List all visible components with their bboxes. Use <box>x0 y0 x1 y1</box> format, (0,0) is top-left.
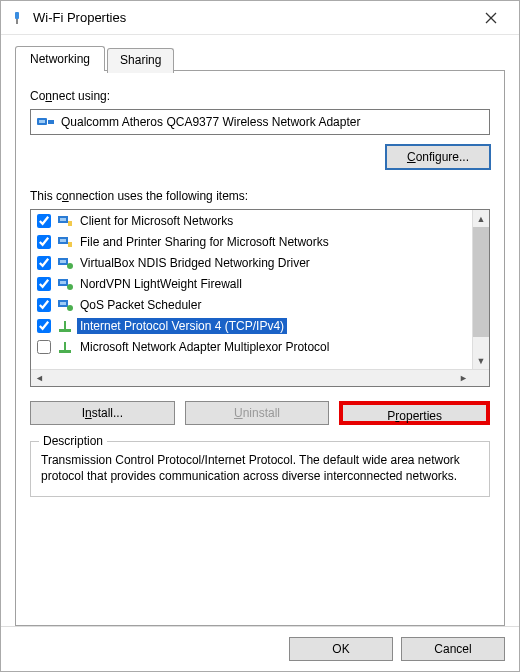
list-item[interactable]: Client for Microsoft Networks <box>31 210 472 231</box>
svg-rect-14 <box>60 260 66 263</box>
network-component-icon <box>57 318 73 334</box>
network-component-icon <box>57 255 73 271</box>
svg-point-18 <box>67 284 73 290</box>
adapter-field[interactable]: Qualcomm Atheros QCA9377 Wireless Networ… <box>30 109 490 135</box>
item-checkbox[interactable] <box>37 256 51 270</box>
item-checkbox[interactable] <box>37 235 51 249</box>
uninstall-button: Uninstall <box>185 401 330 425</box>
network-component-icon <box>57 276 73 292</box>
scroll-thumb[interactable] <box>473 227 489 337</box>
network-items-listbox[interactable]: Client for Microsoft NetworksFile and Pr… <box>30 209 490 387</box>
adapter-name: Qualcomm Atheros QCA9377 Wireless Networ… <box>61 115 360 129</box>
tab-networking[interactable]: Networking <box>15 46 105 71</box>
svg-rect-1 <box>16 19 18 24</box>
svg-point-15 <box>67 263 73 269</box>
list-item[interactable]: NordVPN LightWeight Firewall <box>31 273 472 294</box>
network-component-icon <box>57 297 73 313</box>
network-component-icon <box>57 234 73 250</box>
item-checkbox[interactable] <box>37 214 51 228</box>
wifi-properties-dialog: Wi-Fi Properties Networking Sharing Conn… <box>0 0 520 672</box>
description-groupbox: Description Transmission Control Protoco… <box>30 441 490 497</box>
list-item[interactable]: Internet Protocol Version 4 (TCP/IPv4) <box>31 315 472 336</box>
scroll-right-arrow[interactable]: ► <box>455 370 472 386</box>
configure-button[interactable]: Configure... <box>386 145 490 169</box>
svg-rect-23 <box>64 321 66 330</box>
svg-rect-17 <box>60 281 66 284</box>
items-label: This connection uses the following items… <box>30 189 490 203</box>
network-component-icon <box>57 339 73 355</box>
vertical-scrollbar[interactable]: ▲ ▼ <box>472 210 489 369</box>
dialog-footer: OK Cancel <box>1 626 519 671</box>
scroll-down-arrow[interactable]: ▼ <box>473 352 489 369</box>
svg-rect-9 <box>68 221 72 226</box>
svg-rect-25 <box>64 342 66 351</box>
item-label: Microsoft Network Adapter Multiplexor Pr… <box>77 339 332 355</box>
item-checkbox[interactable] <box>37 340 51 354</box>
properties-button[interactable]: Properties <box>339 401 490 425</box>
list-item[interactable]: VirtualBox NDIS Bridged Networking Drive… <box>31 252 472 273</box>
item-label: Internet Protocol Version 4 (TCP/IPv4) <box>77 318 287 334</box>
scroll-up-arrow[interactable]: ▲ <box>473 210 489 227</box>
tab-panel-networking: Connect using: Qualcomm Atheros QCA9377 … <box>15 70 505 626</box>
horizontal-scrollbar[interactable]: ◄ ► <box>31 369 489 386</box>
tab-strip: Networking Sharing <box>15 46 505 71</box>
window-title: Wi-Fi Properties <box>33 10 471 25</box>
item-label: File and Printer Sharing for Microsoft N… <box>77 234 332 250</box>
svg-rect-5 <box>48 120 54 124</box>
item-label: VirtualBox NDIS Bridged Networking Drive… <box>77 255 313 271</box>
titlebar: Wi-Fi Properties <box>1 1 519 35</box>
wifi-icon <box>9 10 25 26</box>
list-item[interactable]: QoS Packet Scheduler <box>31 294 472 315</box>
tab-sharing[interactable]: Sharing <box>107 48 174 73</box>
list-item[interactable]: File and Printer Sharing for Microsoft N… <box>31 231 472 252</box>
svg-rect-6 <box>39 120 45 123</box>
item-checkbox[interactable] <box>37 319 51 333</box>
cancel-button[interactable]: Cancel <box>401 637 505 661</box>
install-button[interactable]: Install... <box>30 401 175 425</box>
svg-rect-8 <box>60 218 66 221</box>
item-checkbox[interactable] <box>37 298 51 312</box>
connect-using-label: Connect using: <box>30 89 490 103</box>
close-button[interactable] <box>471 4 511 32</box>
item-label: NordVPN LightWeight Firewall <box>77 276 245 292</box>
svg-rect-0 <box>15 12 19 19</box>
network-component-icon <box>57 213 73 229</box>
svg-rect-12 <box>68 242 72 247</box>
svg-rect-20 <box>60 302 66 305</box>
description-text: Transmission Control Protocol/Internet P… <box>41 452 479 484</box>
ok-button[interactable]: OK <box>289 637 393 661</box>
description-legend: Description <box>39 434 107 448</box>
item-label: QoS Packet Scheduler <box>77 297 204 313</box>
scroll-left-arrow[interactable]: ◄ <box>31 370 48 386</box>
network-adapter-icon <box>37 115 55 129</box>
list-item[interactable]: Microsoft Network Adapter Multiplexor Pr… <box>31 336 472 357</box>
item-label: Client for Microsoft Networks <box>77 213 236 229</box>
svg-point-21 <box>67 305 73 311</box>
item-checkbox[interactable] <box>37 277 51 291</box>
svg-rect-11 <box>60 239 66 242</box>
